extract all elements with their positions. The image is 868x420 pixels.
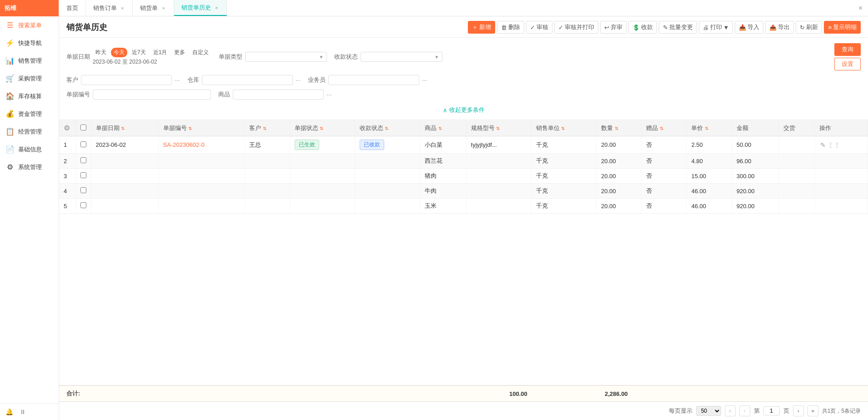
collapse-button[interactable]: ∧ 收起更多条件 xyxy=(66,104,861,116)
sidebar-item-search-menu[interactable]: ☰ 搜索菜单 xyxy=(0,16,59,34)
query-button[interactable]: 查询 xyxy=(834,43,861,56)
settings-button[interactable]: 设置 xyxy=(834,58,861,70)
col-price[interactable]: 单价 ⇅ xyxy=(687,120,732,136)
import-button[interactable]: 📥 导入 xyxy=(735,21,763,34)
collect-status-select[interactable] xyxy=(361,52,442,62)
print-button[interactable]: 🖨 打印 ▼ xyxy=(699,21,733,34)
date-tab-1month[interactable]: 近1月 xyxy=(151,48,170,57)
batch-change-button[interactable]: ✎ 批量变更 xyxy=(659,21,697,34)
last-page-button[interactable]: » xyxy=(808,405,818,416)
sort-unit-icon: ⇅ xyxy=(561,126,565,131)
col-doc-status[interactable]: 单据状态 ⇅ xyxy=(290,120,355,136)
date-tab-7days[interactable]: 近7天 xyxy=(129,48,149,57)
tab-close-sales-goods[interactable]: × xyxy=(161,5,166,11)
window-close-button[interactable]: × xyxy=(853,4,868,12)
doc-type-select[interactable] xyxy=(245,52,327,62)
export-button[interactable]: 📤 导出 xyxy=(765,21,794,34)
new-button[interactable]: ＋ 新增 xyxy=(468,21,495,34)
table-settings-icon[interactable]: ⚙ xyxy=(64,124,70,132)
date-tab-today[interactable]: 今天 xyxy=(111,48,127,57)
print-dropdown-icon: ▼ xyxy=(723,24,729,31)
col-checkbox[interactable] xyxy=(75,120,91,136)
customer-input[interactable] xyxy=(81,75,172,85)
sort-qty-icon: ⇅ xyxy=(615,126,618,131)
tab-home[interactable]: 首页 xyxy=(59,0,86,16)
toolbar: ＋ 新增 🗑 删除 ✓ 审核 ✓ 审核并打印 ↩ 弃审 xyxy=(468,21,861,34)
search-menu-icon: ☰ xyxy=(5,21,15,30)
col-gift[interactable]: 赠品 ⇅ xyxy=(642,120,687,136)
row-checkbox[interactable] xyxy=(75,184,91,199)
tab-sales-order[interactable]: 销售订单 × xyxy=(86,0,133,16)
row-doc-no[interactable]: SA-20230602-0 xyxy=(158,136,245,154)
first-page-button[interactable]: « xyxy=(725,405,736,416)
collect-status-select-wrap[interactable] xyxy=(361,52,442,62)
notification-icon[interactable]: 🔔 xyxy=(5,408,13,415)
col-doc-no[interactable]: 单据编号 ⇅ xyxy=(158,120,245,136)
doc-status-badge: 已生效 xyxy=(295,140,319,150)
date-tab-yesterday[interactable]: 昨天 xyxy=(93,48,109,57)
next-page-button[interactable]: › xyxy=(793,405,804,416)
tab-sales-goods[interactable]: 销货单 × xyxy=(133,0,174,16)
tab-close-sales-order[interactable]: × xyxy=(120,5,125,11)
abandon-button[interactable]: ↩ 弃审 xyxy=(600,21,627,34)
customer-ellipsis[interactable]: ··· xyxy=(175,76,180,84)
edit-icon[interactable]: ✎ xyxy=(820,141,826,149)
sidebar-item-purchase-mgmt[interactable]: 🛒 采购管理 xyxy=(0,70,59,87)
sidebar-item-sys-mgmt[interactable]: ⚙ 系统管理 xyxy=(0,158,59,176)
sidebar-item-quick-nav[interactable]: ⚡ 快捷导航 xyxy=(0,34,59,52)
col-amount: 金额 xyxy=(732,120,778,136)
col-collect-status[interactable]: 收款状态 ⇅ xyxy=(355,120,420,136)
warehouse-ellipsis[interactable]: ··· xyxy=(296,76,301,84)
delete-button[interactable]: 🗑 删除 xyxy=(497,21,524,34)
pause-icon[interactable]: ⏸ xyxy=(20,408,26,415)
tab-close-sales-history[interactable]: × xyxy=(214,5,219,11)
sort-customer-icon: ⇅ xyxy=(263,126,266,131)
col-settings[interactable]: ⚙ xyxy=(59,120,75,136)
refresh-button[interactable]: ↻ 刷新 xyxy=(796,21,822,34)
col-spec[interactable]: 规格型号 ⇅ xyxy=(466,120,531,136)
warehouse-input[interactable] xyxy=(202,75,293,85)
row-checkbox[interactable] xyxy=(75,169,91,184)
row-checkbox[interactable] xyxy=(75,199,91,214)
row-action xyxy=(815,199,868,214)
col-qty[interactable]: 数量 ⇅ xyxy=(597,120,642,136)
more-icon[interactable]: ⋮⋮ xyxy=(828,141,840,149)
row-qty: 20.00 xyxy=(597,136,642,154)
col-unit[interactable]: 销售单位 ⇅ xyxy=(531,120,596,136)
col-goods[interactable]: 商品 ⇅ xyxy=(420,120,467,136)
col-doc-date[interactable]: 单据日期 ⇅ xyxy=(91,120,158,136)
row-amount: 50.00 xyxy=(732,136,778,154)
docno-input[interactable] xyxy=(93,90,211,100)
doc-type-select-wrap[interactable] xyxy=(245,52,327,62)
page-number-input[interactable] xyxy=(763,406,780,415)
goods-input[interactable] xyxy=(233,90,324,100)
row-goods: 小白菜 xyxy=(420,136,467,154)
select-all-checkbox[interactable] xyxy=(80,125,86,130)
table-row: 2 西兰花 千克 20.00 否 4.80 96.00 xyxy=(59,154,868,169)
sidebar-item-ops-mgmt[interactable]: 📋 经营管理 xyxy=(0,123,59,140)
audit-print-icon: ✓ xyxy=(558,24,563,31)
audit-button[interactable]: ✓ 审核 xyxy=(526,21,552,34)
col-customer[interactable]: 客户 ⇅ xyxy=(245,120,290,136)
date-tab-more[interactable]: 更多 xyxy=(171,48,188,57)
show-detail-button[interactable]: ≡ 显示明细 xyxy=(824,21,861,34)
table-section: ⚙ 单据日期 ⇅ 单据编号 ⇅ 客户 ⇅ 单据状态 ⇅ 收款状态 ⇅ 商品 ⇅ … xyxy=(59,120,868,385)
sidebar-item-inventory[interactable]: 🏠 库存核算 xyxy=(0,87,59,105)
salesperson-input[interactable] xyxy=(328,75,419,85)
sidebar-item-basic-info[interactable]: 📄 基础信息 xyxy=(0,140,59,158)
prev-page-button[interactable]: ‹ xyxy=(739,405,750,416)
collect-button[interactable]: 💲 收款 xyxy=(628,21,657,34)
tab-bar: 首页 销售订单 × 销货单 × 销货单历史 × × xyxy=(59,0,868,16)
tab-sales-history[interactable]: 销货单历史 × xyxy=(174,0,227,16)
date-tab-custom[interactable]: 自定义 xyxy=(190,48,211,57)
row-checkbox[interactable] xyxy=(75,154,91,169)
doc-no-link[interactable]: SA-20230602-0 xyxy=(163,141,205,148)
sidebar-item-sales-mgmt[interactable]: 📊 销售管理 xyxy=(0,52,59,70)
row-checkbox[interactable] xyxy=(75,136,91,154)
sidebar-item-finance-mgmt[interactable]: 💰 资金管理 xyxy=(0,105,59,123)
goods-ellipsis[interactable]: ··· xyxy=(326,91,332,98)
audit-print-button[interactable]: ✓ 审核并打印 xyxy=(554,21,598,34)
salesperson-ellipsis[interactable]: ··· xyxy=(422,76,427,84)
page-size-select[interactable]: 50 20 100 xyxy=(696,406,721,416)
sort-doc-date-icon: ⇅ xyxy=(121,126,125,131)
